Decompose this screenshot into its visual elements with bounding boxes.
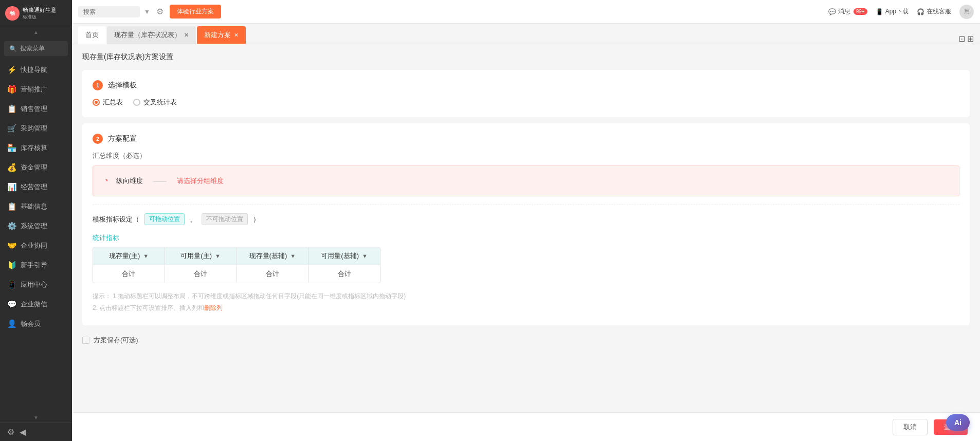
user-avatar[interactable]: 用 bbox=[959, 5, 974, 19]
sidebar-item-purchase[interactable]: 🛒 采购管理 bbox=[0, 119, 72, 138]
sidebar-item-system[interactable]: ⚙️ 系统管理 bbox=[0, 216, 72, 236]
ai-btn-label: Ai bbox=[954, 418, 961, 427]
tab-new-plan-label: 新建方案 bbox=[204, 30, 231, 40]
step1-card: 1 选择模板 汇总表 交叉统计表 bbox=[82, 70, 970, 117]
sidebar-item-label: 库存核算 bbox=[21, 143, 47, 153]
sidebar-item-marketing[interactable]: 🎁 营销推广 bbox=[0, 80, 72, 99]
purchase-icon: 🛒 bbox=[7, 124, 16, 133]
tab-new-plan[interactable]: 新建方案 ✕ bbox=[197, 26, 246, 44]
scroll-up-arrow[interactable]: ▲ bbox=[0, 27, 72, 37]
stats-col3-dropdown-icon[interactable]: ▼ bbox=[290, 253, 296, 259]
marketing-icon: 🎁 bbox=[7, 85, 16, 94]
cancel-button[interactable]: 取消 bbox=[893, 419, 928, 435]
topbar-dropdown-icon[interactable]: ▼ bbox=[144, 8, 150, 15]
stats-col1-dropdown-icon[interactable]: ▼ bbox=[143, 253, 149, 259]
step1-badge: 1 bbox=[93, 80, 103, 90]
tab-home[interactable]: 首页 bbox=[78, 26, 106, 44]
topbar-gear-icon[interactable]: ⚙ bbox=[156, 7, 164, 16]
ai-floating-btn[interactable]: Ai bbox=[946, 414, 970, 431]
tips-section: 提示： 1.拖动标题栏可以调整布局，不可跨维度或指标区域拖动任何目字段(只能在同… bbox=[93, 291, 959, 313]
sidebar-item-finance[interactable]: 💰 资金管理 bbox=[0, 158, 72, 177]
settings-icon[interactable]: ⚙ bbox=[7, 427, 14, 437]
radio-summary-label: 汇总表 bbox=[103, 98, 123, 107]
sidebar-menu: 🔍 搜索菜单 ⚡ 快捷导航 🎁 营销推广 📋 销售管理 🛒 采购管理 🏪 库存核… bbox=[0, 37, 72, 413]
sidebar-item-label: 新手引导 bbox=[21, 261, 47, 270]
collapse-icon[interactable]: ◀ bbox=[20, 427, 26, 437]
app-logo-icon: 畅 bbox=[5, 6, 20, 21]
step2-card: 2 方案配置 汇总维度（必选） * 纵向维度 —— 请选择分组维度 模板指标设定… bbox=[82, 123, 970, 325]
sidebar-item-inventory[interactable]: 🏪 库存核算 bbox=[0, 138, 72, 158]
sidebar-item-newbie[interactable]: 🔰 新手引导 bbox=[0, 255, 72, 275]
finance-icon: 💰 bbox=[7, 163, 16, 172]
sidebar-search[interactable]: 🔍 搜索菜单 bbox=[4, 41, 68, 56]
save-option: 方案保存(可选) bbox=[82, 336, 970, 345]
dimension-section-label: 汇总维度（必选） bbox=[93, 151, 959, 160]
sidebar-item-wechat[interactable]: 💬 企业微信 bbox=[0, 295, 72, 314]
sidebar-item-operations[interactable]: 📊 经营管理 bbox=[0, 177, 72, 197]
indicator-setting-suffix: ） bbox=[253, 215, 260, 224]
minimize-btn[interactable]: ⊡ bbox=[958, 34, 965, 44]
sidebar-item-label: 快捷导航 bbox=[21, 65, 47, 75]
stats-data-row: 合计 合计 合计 合计 bbox=[93, 265, 380, 283]
tab-new-plan-close-icon[interactable]: ✕ bbox=[234, 32, 239, 39]
stats-header-col-2[interactable]: 可用量(主) ▼ bbox=[165, 247, 237, 265]
step2-badge: 2 bbox=[93, 134, 103, 144]
tab-inventory-status[interactable]: 现存量（库存状况表） ✕ bbox=[107, 26, 196, 44]
stats-data-col-1: 合计 bbox=[93, 265, 165, 283]
newbie-icon: 🔰 bbox=[7, 261, 16, 270]
sidebar-item-app-center[interactable]: 📱 应用中心 bbox=[0, 275, 72, 295]
dimension-area[interactable]: * 纵向维度 —— 请选择分组维度 bbox=[93, 166, 959, 196]
enterprise-icon: 🤝 bbox=[7, 241, 16, 250]
sidebar-item-quick-nav[interactable]: ⚡ 快捷导航 bbox=[0, 60, 72, 80]
tip-2: 2. 点击标题栏下拉可设置排序、插入列和删除列 bbox=[93, 303, 959, 313]
step2-header: 2 方案配置 bbox=[93, 134, 959, 144]
stats-col4-dropdown-icon[interactable]: ▼ bbox=[362, 253, 368, 259]
tab-inventory-close-icon[interactable]: ✕ bbox=[184, 32, 189, 39]
notification-btn[interactable]: 💬 消息 99+ bbox=[828, 7, 867, 16]
search-icon: 🔍 bbox=[9, 45, 17, 52]
sidebar: 畅 畅康通好生意 标准版 ▲ 🔍 搜索菜单 ⚡ 快捷导航 🎁 营销推广 📋 销售… bbox=[0, 0, 72, 441]
save-checkbox[interactable] bbox=[82, 337, 89, 344]
topbar-search-input[interactable] bbox=[78, 6, 140, 17]
section-divider bbox=[93, 205, 959, 205]
trial-btn[interactable]: 体验行业方案 bbox=[170, 5, 221, 19]
template-radio-group: 汇总表 交叉统计表 bbox=[93, 98, 959, 107]
stats-col1-label: 现存量(主) bbox=[109, 251, 140, 261]
page-title: 现存量(库存状况表)方案设置 bbox=[82, 52, 970, 62]
wechat-icon: 💬 bbox=[7, 300, 16, 309]
step1-header: 1 选择模板 bbox=[93, 80, 959, 90]
stats-header-col-3[interactable]: 现存量(基辅) ▼ bbox=[237, 247, 309, 265]
sales-icon: 📋 bbox=[7, 104, 16, 114]
stats-header-col-1[interactable]: 现存量(主) ▼ bbox=[93, 247, 165, 265]
tabbar-expand: ⊡ ⊞ bbox=[958, 34, 974, 44]
radio-cross[interactable]: 交叉统计表 bbox=[133, 98, 177, 107]
stats-col2-dropdown-icon[interactable]: ▼ bbox=[215, 253, 221, 259]
sidebar-item-member[interactable]: 👤 畅会员 bbox=[0, 314, 72, 334]
stats-data4: 合计 bbox=[338, 269, 351, 279]
stats-label: 统计指标 bbox=[93, 233, 959, 243]
save-option-label: 方案保存(可选) bbox=[94, 336, 138, 345]
app-download-btn[interactable]: 📱 App下载 bbox=[876, 7, 909, 16]
service-label: 在线客服 bbox=[927, 7, 951, 16]
sidebar-item-enterprise[interactable]: 🤝 企业协同 bbox=[0, 236, 72, 255]
inventory-icon: 🏪 bbox=[7, 143, 16, 153]
sidebar-item-label: 销售管理 bbox=[21, 104, 47, 114]
tip-1: 提示： 1.拖动标题栏可以调整布局，不可跨维度或指标区域拖动任何目字段(只能在同… bbox=[93, 291, 959, 301]
online-service-btn[interactable]: 🎧 在线客服 bbox=[917, 7, 951, 16]
radio-summary[interactable]: 汇总表 bbox=[93, 98, 123, 107]
tip-highlight: 删除列 bbox=[204, 304, 223, 311]
sidebar-item-sales[interactable]: 📋 销售管理 bbox=[0, 99, 72, 119]
sidebar-item-label: 资金管理 bbox=[21, 163, 47, 172]
sidebar-item-label: 基础信息 bbox=[21, 202, 47, 211]
expand-btn[interactable]: ⊞ bbox=[967, 34, 974, 44]
operations-icon: 📊 bbox=[7, 182, 16, 192]
stats-data2: 合计 bbox=[194, 269, 207, 279]
system-icon: ⚙️ bbox=[7, 222, 16, 231]
sidebar-item-label: 系统管理 bbox=[21, 222, 47, 231]
sidebar-item-base-info[interactable]: 📋 基础信息 bbox=[0, 197, 72, 216]
scroll-down-arrow[interactable]: ▼ bbox=[0, 413, 72, 422]
stats-header-col-4[interactable]: 可用量(基辅) ▼ bbox=[308, 247, 380, 265]
app-center-icon: 📱 bbox=[7, 280, 16, 289]
sidebar-item-label: 营销推广 bbox=[21, 85, 47, 94]
step2-title: 方案配置 bbox=[108, 134, 137, 143]
